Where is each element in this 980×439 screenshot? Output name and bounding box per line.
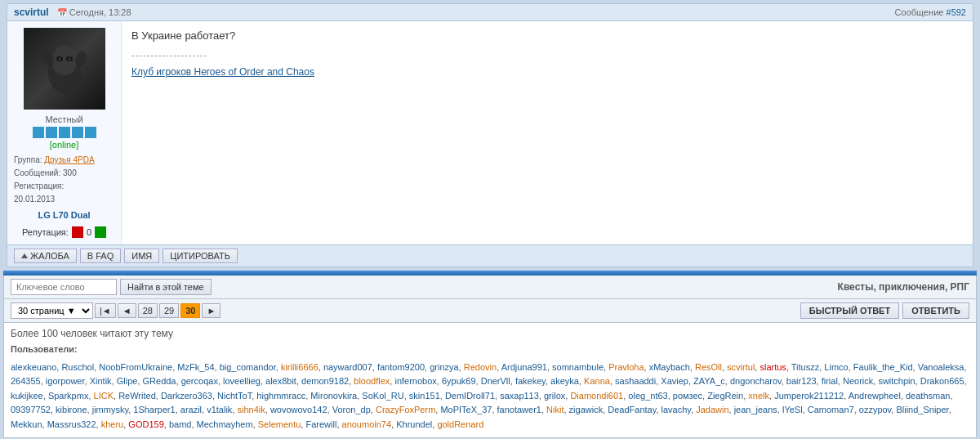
page-28-btn[interactable]: 28 xyxy=(138,303,158,318)
user-link[interactable]: NichtToT xyxy=(217,391,252,401)
user-link[interactable]: bloodflex xyxy=(354,376,390,386)
user-link[interactable]: jean_jeans xyxy=(734,405,777,414)
group-link[interactable]: Друзья 4PDA xyxy=(44,155,94,164)
user-link[interactable]: Pravloha xyxy=(608,362,644,372)
quick-reply-button[interactable]: БЫСТРЫЙ ОТВЕТ xyxy=(800,302,899,319)
user-link[interactable]: jimmysky xyxy=(92,405,128,414)
user-link[interactable]: Diamondi601 xyxy=(570,391,623,401)
user-link[interactable]: ZAYA_c xyxy=(693,376,725,386)
user-link[interactable]: 1Sharper1 xyxy=(133,405,175,414)
user-link[interactable]: kirilli6666 xyxy=(281,362,318,372)
user-link[interactable]: Limco xyxy=(824,362,848,372)
user-link[interactable]: gercoqax xyxy=(181,376,218,386)
user-link[interactable]: ozzypov xyxy=(859,405,892,414)
user-link[interactable]: Xintik xyxy=(90,376,112,386)
user-link[interactable]: Andrewpheel xyxy=(849,391,901,401)
user-link[interactable]: Darkzero363 xyxy=(161,391,212,401)
user-link[interactable]: Redovin xyxy=(464,362,497,372)
user-link[interactable]: somnambule xyxy=(552,362,604,372)
msg-number-link[interactable]: #592 xyxy=(947,7,966,17)
user-link[interactable]: NoobFromUkraine xyxy=(99,362,172,372)
user-link[interactable]: lYeSl xyxy=(782,405,803,414)
user-link[interactable]: Ruschol xyxy=(61,362,94,372)
user-link[interactable]: ReWrited xyxy=(118,391,156,401)
user-link[interactable]: GOD159 xyxy=(128,419,163,429)
user-link[interactable]: kheru xyxy=(101,419,124,429)
user-link[interactable]: Mechmayhem xyxy=(197,419,253,429)
user-link[interactable]: kibirone xyxy=(56,405,87,414)
user-link[interactable]: DeadFantay xyxy=(608,405,656,414)
user-link[interactable]: Glipe xyxy=(117,376,138,386)
user-link[interactable]: dngoncharov xyxy=(730,376,782,386)
post-club-link[interactable]: Клуб игроков Heroes of Order and Chaos xyxy=(131,66,314,78)
user-link[interactable]: MoPITeX_37 xyxy=(440,405,492,414)
user-link[interactable]: fantom9200 xyxy=(377,362,425,372)
user-link[interactable]: igorpower xyxy=(46,376,85,386)
user-link[interactable]: Khrundel xyxy=(396,419,432,429)
user-link[interactable]: Neorick xyxy=(843,376,873,386)
next-page-btn[interactable]: ► xyxy=(202,303,220,318)
user-link[interactable]: v1talik xyxy=(207,405,232,414)
user-link[interactable]: Faulik_the_Kid xyxy=(853,362,913,372)
user-link[interactable]: Camoman7 xyxy=(808,405,854,414)
prev-page-btn[interactable]: ◄ xyxy=(118,303,136,318)
user-link[interactable]: Tituszz xyxy=(791,362,819,372)
name-button[interactable]: ИМЯ xyxy=(124,249,159,263)
user-link[interactable]: demon9182 xyxy=(301,376,349,386)
user-link[interactable]: SoKol_RU xyxy=(362,391,403,401)
user-link[interactable]: Sparkpmx xyxy=(48,391,89,401)
user-link[interactable]: Mekkun xyxy=(11,419,42,429)
user-link[interactable]: Voron_dp xyxy=(332,405,371,414)
user-link[interactable]: saxap113 xyxy=(500,391,539,401)
user-link[interactable]: grilox xyxy=(544,391,565,401)
user-link[interactable]: zigawick xyxy=(569,405,604,414)
user-link[interactable]: fanotawer1 xyxy=(497,405,541,414)
user-link[interactable]: DnerVll xyxy=(481,376,510,386)
user-link[interactable]: ResOll xyxy=(695,362,722,372)
user-link[interactable]: highmmracc xyxy=(256,391,305,401)
pages-select[interactable]: 30 страниц ▼ xyxy=(11,302,93,319)
quote-button[interactable]: ЦИТИРОВАТЬ xyxy=(163,249,238,263)
user-link[interactable]: wovowovo142 xyxy=(270,405,327,414)
user-link[interactable]: LICK xyxy=(94,391,114,401)
user-link[interactable]: oleg_nt63 xyxy=(628,391,667,401)
user-link[interactable]: switchpin xyxy=(878,376,915,386)
user-link[interactable]: Ardjuna991 xyxy=(501,362,547,372)
user-link[interactable]: GRedda xyxy=(143,376,176,386)
user-link[interactable]: Selementu xyxy=(258,419,301,429)
user-link[interactable]: firial xyxy=(822,376,838,386)
user-link[interactable]: xMaybach xyxy=(649,362,690,372)
search-input[interactable] xyxy=(11,279,117,295)
user-link[interactable]: Jumperok211212 xyxy=(774,391,844,401)
user-link[interactable]: loveellieg xyxy=(223,376,261,386)
user-link[interactable]: big_comandor xyxy=(220,362,276,372)
user-link[interactable]: DemIDroll71 xyxy=(445,391,495,401)
user-link[interactable]: bamd xyxy=(169,419,192,429)
user-link[interactable]: goldRenard xyxy=(437,419,483,429)
post-username[interactable]: scvirtul xyxy=(14,7,49,18)
user-link[interactable]: slartus xyxy=(760,362,786,372)
user-link[interactable]: CrazyFoxPerm xyxy=(376,405,435,414)
user-link[interactable]: scvirtul xyxy=(727,362,755,372)
user-link[interactable]: alex8bit xyxy=(265,376,296,386)
user-link[interactable]: Nikit xyxy=(546,405,564,414)
user-link[interactable]: sihn4ik xyxy=(238,405,265,414)
user-link[interactable]: Xaviep xyxy=(661,376,688,386)
reply-button[interactable]: ОТВЕТИТЬ xyxy=(902,302,969,319)
user-link[interactable]: 6ypuk69 xyxy=(442,376,476,386)
user-link[interactable]: ZiegRein xyxy=(707,391,743,401)
user-link[interactable]: Vanoaleksa xyxy=(918,362,964,372)
user-link[interactable]: MzFk_54 xyxy=(177,362,214,372)
first-page-btn[interactable]: |◄ xyxy=(95,303,116,318)
user-link[interactable]: bair123 xyxy=(786,376,817,386)
user-link[interactable]: ромзес xyxy=(673,391,702,401)
user-link[interactable]: fakekey xyxy=(515,376,546,386)
complaint-button[interactable]: ЖАЛОБА xyxy=(14,249,77,263)
user-link[interactable]: arazil xyxy=(180,405,202,414)
user-link[interactable]: xnelk xyxy=(748,391,769,401)
user-link[interactable]: skin151 xyxy=(409,391,440,401)
user-link[interactable]: lavachy xyxy=(662,405,691,414)
user-link[interactable]: sashaaddi xyxy=(615,376,656,386)
page-30-btn[interactable]: 30 xyxy=(180,303,200,318)
user-link[interactable]: Mironovkira xyxy=(310,391,357,401)
